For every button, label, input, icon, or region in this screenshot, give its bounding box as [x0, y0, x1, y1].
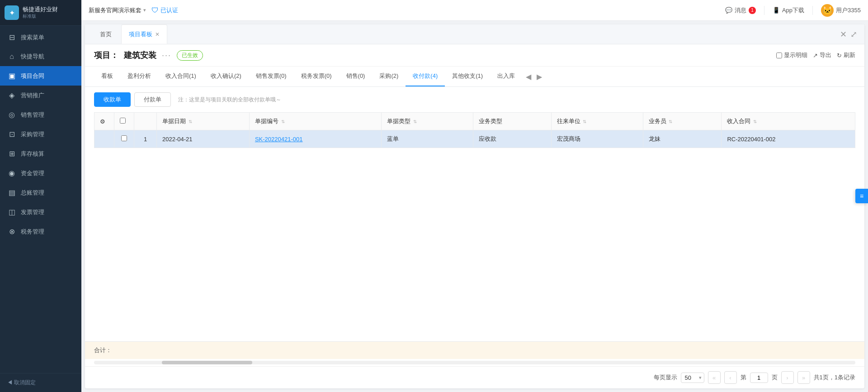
sub-tab-sales-invoice[interactable]: 销售发票(0): [249, 67, 294, 86]
purchase-icon: ⊡: [7, 130, 16, 139]
sort-contract-icon: ⇅: [753, 119, 757, 124]
sidebar-item-quick[interactable]: ⌂ 快捷导航: [0, 47, 81, 66]
total-info: 共1页，1条记录: [814, 373, 855, 382]
refresh-btn[interactable]: ↻ 刷新: [837, 51, 855, 59]
sidebar: ✦ 畅捷通好业财 标准版 ⊟ 搜索菜单 ⌂ 快捷导航 ▣ 项目合同 ◈ 营销推广…: [0, 0, 81, 392]
cell-number[interactable]: SK-20220421-001: [249, 130, 381, 148]
account-selector[interactable]: 新服务官网演示账套 ▾: [89, 6, 146, 14]
pay-btn[interactable]: 付款单: [134, 92, 171, 107]
sub-tab-profit[interactable]: 盈利分析: [120, 67, 158, 86]
next-page-btn[interactable]: ›: [781, 371, 794, 384]
scroll-track[interactable]: [94, 361, 855, 364]
tab-home[interactable]: 首页: [92, 24, 119, 44]
cell-partner: 宏茂商场: [551, 130, 643, 148]
floating-icon: ≡: [860, 192, 863, 200]
inventory-icon: ⊞: [7, 149, 16, 158]
page-size-select[interactable]: 50 100 200: [681, 373, 704, 383]
th-date[interactable]: 单据日期 ⇅: [157, 113, 250, 130]
last-page-btn[interactable]: »: [797, 371, 810, 384]
user-profile-btn[interactable]: 🐱 用户3355: [821, 4, 861, 17]
sub-tab-other-income[interactable]: 其他收支(1): [445, 67, 490, 86]
th-salesman[interactable]: 业务员 ⇅: [643, 113, 722, 130]
th-settings[interactable]: ⚙: [94, 113, 114, 130]
receive-btn[interactable]: 收款单: [94, 92, 131, 107]
tab-maximize-btn[interactable]: ⤢: [850, 29, 857, 39]
show-detail-checkbox[interactable]: [776, 53, 782, 58]
content-wrap: 首页 项目看板 ✕ ✕ ⤢ 项目： 建筑安装 ··· 已生效 显示明细: [85, 24, 864, 388]
select-all-checkbox[interactable]: [120, 118, 126, 124]
more-options-btn[interactable]: ···: [162, 51, 171, 60]
th-income-contract[interactable]: 收入合同 ⇅: [722, 113, 855, 130]
sub-tab-kanban[interactable]: 看板: [94, 67, 120, 86]
show-detail-label[interactable]: 显示明细: [776, 51, 807, 59]
toggle-group: 收款单 付款单 注：这里是与项目关联的全部收付款单哦～: [85, 87, 864, 107]
message-badge: 1: [749, 7, 756, 14]
sidebar-item-label-sales: 销售管理: [21, 111, 44, 119]
sub-tab-next-btn[interactable]: ▶: [535, 72, 544, 82]
page-input[interactable]: [750, 373, 768, 383]
sidebar-item-label-search: 搜索菜单: [21, 33, 44, 42]
message-icon: 💬: [725, 7, 732, 14]
app-name: 畅捷通好业财: [23, 6, 58, 14]
message-btn[interactable]: 💬 消息 1: [725, 6, 756, 14]
sub-tab-in-out[interactable]: 出入库: [490, 67, 522, 86]
sub-tab-income-confirm[interactable]: 收入确认(2): [203, 67, 249, 86]
cell-checkbox[interactable]: [114, 130, 134, 148]
tab-close-icon[interactable]: ✕: [155, 31, 160, 38]
sidebar-item-search[interactable]: ⊟ 搜索菜单: [0, 28, 81, 47]
sidebar-item-funds[interactable]: ◉ 资金管理: [0, 163, 81, 183]
page-word: 第: [741, 373, 746, 382]
sort-date-icon: ⇅: [189, 119, 192, 124]
tax-icon: ⊗: [7, 227, 16, 236]
floating-action-btn[interactable]: ≡: [855, 189, 868, 203]
th-checkbox[interactable]: [114, 113, 134, 130]
sidebar-item-tax[interactable]: ⊗ 税务管理: [0, 222, 81, 241]
sub-tab-tax-invoice[interactable]: 税务发票(0): [294, 67, 339, 86]
sort-partner-icon: ⇅: [583, 119, 586, 124]
cell-biz-type: 应收款: [473, 130, 551, 148]
topbar: 新服务官网演示账套 ▾ 🛡 已认证 💬 消息 1 📱 App下载 �: [81, 0, 868, 21]
sidebar-item-ledger[interactable]: ▤ 总账管理: [0, 183, 81, 202]
cell-settings: [94, 130, 114, 148]
sub-tab-sales[interactable]: 销售(0): [339, 67, 373, 86]
sub-tab-purchase[interactable]: 采购(2): [372, 67, 406, 86]
marketing-icon: ◈: [7, 91, 16, 100]
cell-income-contract: RC-20220401-002: [722, 130, 855, 148]
sidebar-item-label-quick: 快捷导航: [21, 53, 44, 61]
invoice-icon: ◫: [7, 208, 16, 216]
sidebar-item-contract[interactable]: ▣ 项目合同: [0, 66, 81, 86]
avatar: 🐱: [821, 4, 834, 17]
toggle-note: 注：这里是与项目关联的全部收付款单哦～: [178, 96, 281, 104]
phone-icon: 📱: [773, 7, 780, 14]
sidebar-item-inventory[interactable]: ⊞ 库存核算: [0, 144, 81, 163]
th-partner[interactable]: 往来单位 ⇅: [551, 113, 643, 130]
sidebar-item-purchase[interactable]: ⊡ 采购管理: [0, 124, 81, 144]
tab-project-board-label: 项目看板: [129, 30, 152, 38]
export-icon: ↗: [813, 52, 818, 59]
doc-number-link[interactable]: SK-20220421-001: [255, 136, 303, 143]
app-download-btn[interactable]: 📱 App下载: [773, 6, 804, 14]
sidebar-item-invoice[interactable]: ◫ 发票管理: [0, 202, 81, 222]
cell-date: 2022-04-21: [157, 130, 250, 148]
sidebar-item-marketing[interactable]: ◈ 营销推广: [0, 86, 81, 105]
export-btn[interactable]: ↗ 导出: [813, 51, 831, 59]
contract-icon: ▣: [7, 72, 16, 80]
sidebar-item-sales[interactable]: ◎ 销售管理: [0, 105, 81, 124]
sub-tab-receive-pay[interactable]: 收付款(4): [406, 67, 445, 86]
th-type[interactable]: 单据类型 ⇅: [382, 113, 473, 130]
row-checkbox[interactable]: [121, 135, 127, 141]
sidebar-item-label-ledger: 总账管理: [21, 189, 44, 197]
table-row[interactable]: 1 2022-04-21 SK-20220421-001 蓝单 应收款 宏茂商场…: [94, 130, 855, 148]
sidebar-unpin[interactable]: ◀ 取消固定: [0, 373, 81, 392]
sort-number-icon: ⇅: [281, 119, 285, 124]
first-page-btn[interactable]: «: [708, 371, 721, 384]
tab-project-board[interactable]: 项目看板 ✕: [121, 24, 167, 44]
tab-close-window-btn[interactable]: ✕: [840, 29, 847, 39]
scroll-thumb[interactable]: [162, 361, 252, 364]
sub-tab-income-contract[interactable]: 收入合同(1): [158, 67, 203, 86]
tabs-bar: 首页 项目看板 ✕ ✕ ⤢: [85, 24, 864, 44]
sub-tab-prev-btn[interactable]: ◀: [524, 72, 533, 82]
th-number[interactable]: 单据编号 ⇅: [249, 113, 381, 130]
topbar-right: 💬 消息 1 📱 App下载 🐱 用户3355: [725, 4, 861, 17]
prev-page-btn[interactable]: ‹: [724, 371, 737, 384]
